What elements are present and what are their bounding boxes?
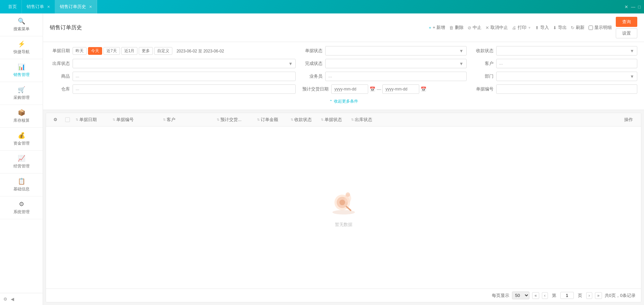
date-btn-yesterday[interactable]: 昨天 xyxy=(73,47,87,55)
next-page-button[interactable]: › xyxy=(586,292,592,299)
th-date[interactable]: ⇅ 单据日期 xyxy=(73,117,110,123)
delivery-date-group: 📅 — 📅 xyxy=(331,84,466,94)
import-button[interactable]: ⬆ 导入 xyxy=(535,25,549,31)
settings-icon: ⚙ xyxy=(53,117,57,122)
payment-select[interactable]: ▼ xyxy=(496,46,637,55)
th-check[interactable] xyxy=(62,117,73,122)
th-amount[interactable]: ⇅ 订单金额 xyxy=(254,117,288,123)
prev-page-button[interactable]: ‹ xyxy=(542,292,548,299)
dept-label: 部门 xyxy=(473,73,493,79)
cal-from-icon[interactable]: 📅 xyxy=(370,86,375,92)
page-size-select[interactable]: 50 10 20 100 xyxy=(512,292,529,299)
warehouse-label: 仓库 xyxy=(50,86,70,92)
stop-button[interactable]: ⊘ 中止 xyxy=(468,25,481,31)
th-payment-status-label: 收款状态 xyxy=(294,117,312,123)
date-btn-custom[interactable]: 自定义 xyxy=(154,47,172,55)
print-chevron-icon: ▼ xyxy=(528,26,531,30)
out-status-select[interactable]: ▼ xyxy=(73,59,296,68)
sort-icon5: ⇅ xyxy=(257,118,260,121)
date-btn-more[interactable]: 更多 xyxy=(139,47,153,55)
sidebar-item-system[interactable]: ⚙ 系统管理 xyxy=(0,196,43,219)
ellipsis-icon: ... xyxy=(499,61,503,66)
complete-select[interactable]: ▼ xyxy=(325,59,466,68)
sidebar-item-basics-label: 基础信息 xyxy=(13,186,30,192)
warehouse-ellipsis-icon: ... xyxy=(76,86,79,91)
sidebar-item-sales[interactable]: 📊 销售管理 xyxy=(0,59,43,82)
date-range-display: 2023-06-02 至 2023-06-02 xyxy=(176,48,224,54)
status-select[interactable]: ▼ xyxy=(325,46,466,55)
tab-sales-order[interactable]: 销售订单 ✕ xyxy=(22,0,55,13)
empty-icon xyxy=(327,187,360,218)
sidebar-item-operations-label: 经营管理 xyxy=(13,163,30,169)
page-prefix: 第 xyxy=(552,293,556,299)
date-btn-today[interactable]: 今天 xyxy=(88,47,102,55)
page-number-input[interactable] xyxy=(560,292,574,299)
page-suffix: 页 xyxy=(578,293,582,299)
chevron-down-icon: ▼ xyxy=(459,48,464,53)
tab-home[interactable]: 首页 xyxy=(3,0,22,13)
warehouse-input[interactable]: ... xyxy=(73,84,296,94)
minimize-btn[interactable]: — xyxy=(631,4,635,9)
search-field-dept: 部门 ▼ xyxy=(473,72,637,81)
delivery-to-input[interactable] xyxy=(382,84,419,94)
search-row-2: 出库状态 ▼ 完成状态 ▼ 客户 ... xyxy=(50,59,637,68)
tab-sales-history[interactable]: 销售订单历史 ✕ xyxy=(55,0,97,13)
refresh-button[interactable]: ↻ 刷新 xyxy=(571,25,585,31)
th-doc-status[interactable]: ⇅ 单据状态 xyxy=(318,117,348,123)
th-payment-status[interactable]: ⇅ 收款状态 xyxy=(288,117,318,123)
sidebar-item-finance[interactable]: 💰 资金管理 xyxy=(0,128,43,151)
th-out-status[interactable]: ⇅ 出库状态 xyxy=(348,117,379,123)
sidebar-item-basics[interactable]: 📋 基础信息 xyxy=(0,174,43,196)
th-number[interactable]: ⇅ 单据编号 xyxy=(110,117,160,123)
tab-sales-history-close[interactable]: ✕ xyxy=(89,5,92,9)
last-page-button[interactable]: » xyxy=(595,292,602,299)
display-cols-check[interactable]: 显示明细 xyxy=(589,25,612,31)
print-button[interactable]: 🖨 打印 ▼ xyxy=(512,25,531,31)
tab-sales-order-close[interactable]: ✕ xyxy=(47,5,50,9)
display-cols-checkbox[interactable] xyxy=(589,26,593,30)
sidebar-item-system-label: 系统管理 xyxy=(13,209,30,215)
sidebar-item-operations[interactable]: 📈 经营管理 xyxy=(0,151,43,174)
date-field-value: 昨天 今天 近7天 近1月 更多 自定义 2023-06-02 至 2023-0… xyxy=(73,47,296,55)
th-settings[interactable]: ⚙ xyxy=(49,117,62,122)
svg-point-6 xyxy=(345,192,350,197)
sidebar-item-purchase-label: 采购管理 xyxy=(13,95,30,101)
sidebar-collapse-icon[interactable]: ◀ xyxy=(11,297,14,302)
sidebar-item-search[interactable]: 🔍 搜索菜单 xyxy=(0,13,43,36)
query-button[interactable]: 查询 xyxy=(616,17,637,27)
sidebar-item-finance-label: 资金管理 xyxy=(13,141,30,146)
th-delivery-label: 预计交货... xyxy=(220,117,242,123)
search-row-3: 商品 ... 业务员 ... 部门 ▼ xyxy=(50,72,637,81)
order-num-input[interactable] xyxy=(496,84,637,94)
sidebar-settings-icon[interactable]: ⚙ xyxy=(3,297,7,302)
th-action-label: 操作 xyxy=(624,117,633,123)
export-button[interactable]: ⬇ 导出 xyxy=(553,25,567,31)
add-button[interactable]: + + 新增 xyxy=(429,25,445,31)
th-delivery[interactable]: ⇅ 预计交货... xyxy=(214,117,254,123)
th-customer[interactable]: ⇅ 客户 xyxy=(160,117,214,123)
cancel-stop-button[interactable]: ✕ 取消中止 xyxy=(485,25,508,31)
select-all-checkbox[interactable] xyxy=(65,117,70,122)
close-window-btn[interactable]: ✕ xyxy=(625,4,628,9)
first-page-button[interactable]: « xyxy=(532,292,539,299)
salesperson-input[interactable]: ... xyxy=(325,72,466,81)
cal-to-icon[interactable]: 📅 xyxy=(421,86,426,92)
sidebar-item-purchase[interactable]: 🛒 采购管理 xyxy=(0,82,43,105)
dept-chevron-icon: ▼ xyxy=(630,74,634,79)
collapse-more-btn[interactable]: ⌃ 收起更多条件 xyxy=(50,97,637,106)
dept-select[interactable]: ▼ xyxy=(496,72,637,81)
content-area: 销售订单历史 + + 新增 🗑 删除 ⊘ 中止 ✕ 取消中止 xyxy=(43,13,644,305)
sidebar-item-quicknav[interactable]: ⚡ 快捷导航 xyxy=(0,36,43,59)
tab-sales-order-label: 销售订单 xyxy=(27,4,44,10)
delete-button[interactable]: 🗑 删除 xyxy=(449,25,464,31)
goods-input[interactable]: ... xyxy=(73,72,296,81)
delivery-from-input[interactable] xyxy=(331,84,368,94)
date-label: 单据日期 xyxy=(50,48,70,54)
date-btn-7days[interactable]: 近7天 xyxy=(103,47,120,55)
customer-input[interactable]: ... xyxy=(496,59,637,68)
sidebar-item-inventory[interactable]: 📦 库存核算 xyxy=(0,105,43,128)
set-button[interactable]: 设置 xyxy=(616,28,637,38)
date-btn-1month[interactable]: 近1月 xyxy=(121,47,138,55)
finance-icon: 💰 xyxy=(18,132,25,139)
maximize-btn[interactable]: □ xyxy=(638,4,641,9)
